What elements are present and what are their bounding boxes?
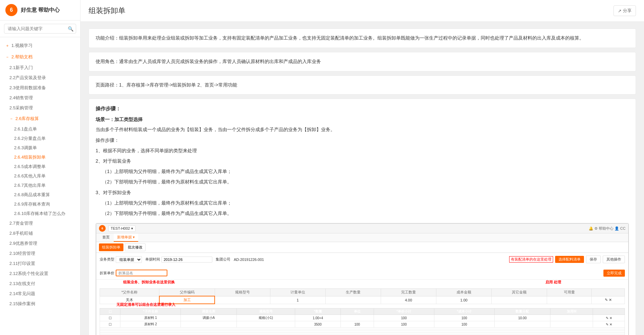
steps-main-title: 操作步骤： (96, 106, 629, 112)
cell-cost: 1.00 (436, 296, 491, 304)
sub-cell-spec-2 (236, 321, 295, 328)
btn-save[interactable]: 保存 (586, 256, 601, 263)
role-box: 使用角色：通常由生产人员或库管人员完成拆装业务的操作，库管人员确认原材料的出库和… (89, 52, 636, 71)
sidebar-item-2-7[interactable]: 2.7资金管理 (9, 218, 80, 228)
nav-sub-docs: 2.1新手入门 2.2产品安装及登录 2.3使用前数据准备 2.4销售管理 2.… (0, 63, 80, 309)
sidebar-item-2-3[interactable]: 2.3使用前数据准备 (9, 83, 80, 93)
form-input-cost[interactable] (116, 270, 167, 276)
sidebar-item-2-10[interactable]: 2.10经营管理 (9, 248, 80, 259)
btn-select-config[interactable]: 选择配料清单 (555, 256, 584, 263)
app-company-selector[interactable]: TEST-H002 ▾ (108, 225, 136, 232)
sub-cell-check-1: ☐ (100, 315, 120, 321)
sidebar-item-2-2[interactable]: 2.2产品安装及登录 (9, 73, 80, 83)
annotation-right-label: 有装配清单的在这里处理 (509, 256, 553, 263)
sidebar-item-videos[interactable]: ＋ 1.视频学习 (0, 40, 80, 51)
form-label-type: 业务类型 (100, 257, 114, 262)
share-button[interactable]: ↗ 分享 (613, 5, 636, 16)
sidebar-item-2-15[interactable]: 2.15操作案例 (9, 299, 80, 309)
form-field-orderno: AD-20191226-001 (234, 258, 264, 262)
minus-icon: － (5, 54, 9, 60)
app-btn-assembly[interactable]: 组装拆卸单 (99, 243, 123, 251)
sub-cell-action-2: ✎ ✕ (593, 321, 625, 328)
sub-cell-uprice-1: 100 (374, 315, 434, 321)
sub-cell-check-2: ☐ (100, 321, 120, 328)
plus-icon: ＋ (5, 43, 9, 49)
col-parent-code: 父件编码 (159, 289, 215, 296)
sub-cell-unit-1 (340, 315, 374, 321)
sidebar-item-2-6-label: 2.6库存核算 (15, 116, 39, 122)
brand-name: 好生意 帮助中心 (21, 7, 60, 14)
app-btn-add[interactable]: 批次修改 (125, 243, 146, 251)
annotation-table-text: 无固定清单可以组合在这里逐行录入 (116, 302, 175, 306)
step3-sub2: （2）下部明细为子件明细，最终作为产成品生成其它入库单。 (96, 209, 629, 218)
sidebar-item-2-5[interactable]: 2.5采购管理 (9, 103, 80, 113)
sidebar-item-2-11[interactable]: 2.11打印设置 (9, 259, 80, 269)
sidebar-item-2-6-8[interactable]: 2.6.8商品成本重算 (14, 190, 80, 200)
sidebar-item-2-8[interactable]: 2.8手机旺铺 (9, 228, 80, 238)
step2-sub1: （1）上部明细为父件明细，最终作为产成品生成其它入库单； (96, 167, 629, 176)
path-box: 页面路径：1、库存核算->库存管理->组装拆卸单 2、首页->常用功能 (89, 75, 636, 95)
sidebar-item-2-14[interactable]: 2.14常见问题 (9, 289, 80, 299)
main-table-header-row: *父件名称 父件编码 规格型号 计量单位 生产数量 完工数量 成本金额 其它金额… (100, 289, 625, 296)
sub-cell-action-1: ✎ ✕ (593, 315, 625, 321)
sub-cell-uprice-2: 100 (374, 321, 434, 328)
form-second-row: 折算单价 立即完成 (100, 270, 625, 277)
intro-box: 功能介绍：组装拆卸单用来处理企业组装或拆卸等加工业务，支持有固定装配清单的产品加… (89, 29, 636, 48)
search-icon[interactable]: 🔍 (68, 26, 73, 32)
app-screenshot-wrapper: 6 TEST-H002 ▾ 🔔 ⚙ 帮助中心 👤 CC 首页 新增单据 ▾ 组装… (96, 223, 629, 335)
sidebar-item-2-6-4[interactable]: 2.6.4组装拆卸单 (14, 153, 80, 162)
share-label: 分享 (623, 8, 632, 14)
sidebar-item-2-6-5[interactable]: 2.6.5成本调整单 (14, 162, 80, 171)
form-label-date: 单据时间 (145, 257, 160, 262)
app-tab-home[interactable]: 首页 (99, 233, 113, 242)
sidebar-item-2-9[interactable]: 2.9优惠券管理 (9, 238, 80, 248)
sub-cell-qty-2: 3500 (295, 321, 341, 328)
sidebar-item-docs[interactable]: － 2.帮助文档 (0, 51, 80, 63)
col-parent-name: *父件名称 (100, 289, 159, 296)
scene1-title: 场景一：加工类型选择 (96, 117, 629, 123)
sub-col-qty: *数量 (295, 309, 341, 315)
sidebar-item-2-4[interactable]: 2.4销售管理 (9, 93, 80, 103)
form-select-type[interactable]: 组装单据 拆卸单据 (116, 256, 142, 263)
annotation-bottom-left-label: 组装业务、拆卸业务在这里切换 (123, 280, 175, 284)
col-prod-qty: 生产数量 (325, 289, 381, 296)
table-row: 关木 加工 1 4.00 1.00 ✎ ✕ (100, 296, 625, 304)
logo-icon: 6 (5, 4, 17, 16)
col-other: 其它金额 (491, 289, 547, 296)
col-available: 可用量 (547, 289, 592, 296)
cell-prod-qty (325, 296, 381, 304)
sidebar-item-2-6-9[interactable]: 2.6.9库存账本查询 (14, 200, 80, 209)
sidebar: 6 好生意 帮助中心 🔍 ＋ 1.视频学习 － 2.帮助文档 2.1新手入门 2… (0, 0, 80, 335)
sub-col-check: ☐ (100, 309, 120, 315)
form-field-cost: 折算单价 (100, 270, 167, 276)
nav-section-2: － 2.帮助文档 2.1新手入门 2.2产品安装及登录 2.3使用前数据准备 2… (0, 51, 80, 309)
sidebar-item-2-13[interactable]: 2.13在线支付 (9, 279, 80, 289)
sidebar-item-2-1[interactable]: 2.1新手入门 (9, 63, 80, 73)
sub-col-qty-alloc: 数量分配 (494, 309, 550, 315)
sub-table-row-1: ☐ 原材料 1 调拨小A 规格(小1) 1.00+4 100 100 10.00 (100, 315, 625, 321)
share-icon: ↗ (618, 8, 622, 13)
page-title: 组装拆卸单 (89, 6, 125, 16)
sidebar-item-2-6-3[interactable]: 2.6.3调拨单 (14, 143, 80, 153)
btn-cancel[interactable]: 其他操作 (603, 256, 625, 263)
search-input[interactable] (4, 24, 76, 34)
sidebar-item-2-6[interactable]: － 2.6库存核算 (9, 113, 80, 124)
sidebar-item-2-6-1[interactable]: 2.6.1盘点单 (14, 124, 80, 134)
app-tab-assembly[interactable]: 新增单据 ▾ (114, 233, 138, 242)
form-right-area: 有装配清单的在这里处理 选择配料清单 保存 其他操作 (509, 256, 625, 263)
sidebar-item-2-12[interactable]: 2.12系统个性化设置 (9, 269, 80, 279)
sidebar-item-2-6-2[interactable]: 2.6.2分量盘点单 (14, 134, 80, 143)
sidebar-item-2-6-6[interactable]: 2.6.6其他入库单 (14, 171, 80, 181)
col-cost: 成本金额 (436, 289, 491, 296)
form-label-cost: 折算单价 (100, 271, 114, 276)
sidebar-item-2-6-7[interactable]: 2.6.7其他出库单 (14, 181, 80, 190)
sidebar-item-videos-label: 1.视频学习 (11, 43, 33, 49)
form-input-date[interactable] (161, 257, 212, 263)
annotation-bottom-left: 组装业务、拆卸业务在这里切换 (123, 280, 175, 285)
btn-confirm[interactable]: 立即完成 (603, 270, 625, 277)
app-logo-icon: 6 (99, 225, 106, 232)
sidebar-item-2-6-10[interactable]: 2.6.10库存账本错了怎么办 (14, 209, 80, 218)
sub-col-child-name: *子件名称 (120, 309, 181, 315)
main-table-area: *父件名称 父件编码 规格型号 计量单位 生产数量 完工数量 成本金额 其它金额… (96, 286, 628, 306)
nav-sub-2-6-wrapper: － 2.6库存核算 2.6.1盘点单 2.6.2分量盘点单 2.6.3调拨单 2… (9, 113, 80, 218)
